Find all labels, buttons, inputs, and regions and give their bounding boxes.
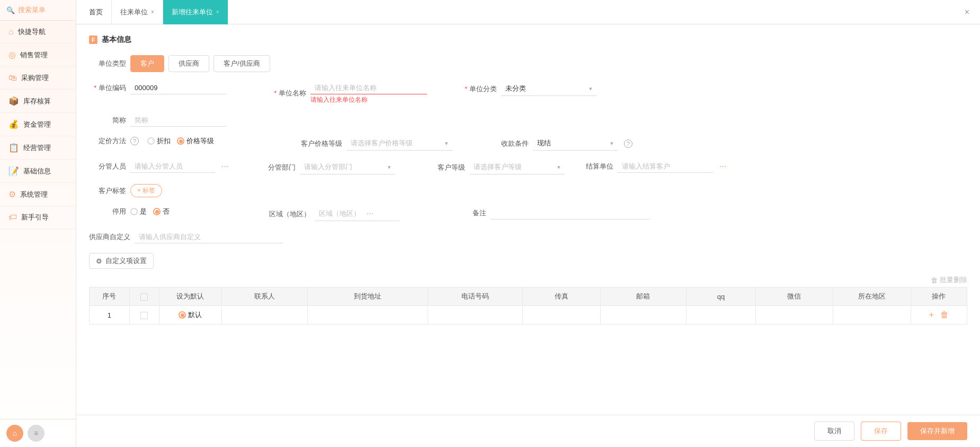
pricing-level-circle [177,137,184,145]
short-name-input[interactable] [130,114,226,127]
manager-more-dots[interactable]: ··· [219,162,230,171]
address-input[interactable] [336,311,399,319]
sidebar-item-operations[interactable]: 📋经营管理 [0,136,76,160]
unit-name-input[interactable] [310,82,427,94]
unit-name-field-wrapper: 请输入往来单位名称 [310,82,427,104]
sidebar-item-finance[interactable]: 💰资金管理 [0,113,76,136]
settlement-unit-input[interactable] [618,160,713,173]
manager-label: 分管人员 [89,162,126,171]
unit-category-label: 单位分类 [460,84,497,94]
sidebar-item-sales[interactable]: ◎销售管理 [0,43,76,67]
pricing-level-radio[interactable]: 价格等级 [177,136,214,146]
row-default-radio[interactable]: 默认 [165,310,216,320]
region-more-dots[interactable]: ··· [364,209,376,218]
row-region [833,306,911,325]
customer-price-level-select[interactable]: 请选择客户价格等级 ▾ [346,136,452,151]
unit-code-input[interactable] [130,82,226,94]
table-header-cell: 操作 [911,287,967,306]
sidebar-item-system[interactable]: ⚙系统管理 [0,183,76,206]
sidebar-search[interactable]: 🔍 搜索菜单 [0,0,76,21]
region-input[interactable] [853,311,890,319]
pricing-discount-label: 折扣 [157,136,171,146]
row-add-btn[interactable]: + [927,310,936,320]
disabled-yes-radio[interactable]: 是 [130,207,147,216]
sidebar-item-quick-nav[interactable]: ⌂快捷导航 [0,21,76,43]
row-weixin [755,306,833,325]
guide-icon: 🏷 [8,213,17,222]
pricing-help-icon[interactable]: ? [130,137,139,145]
unit-info-row: 单位编码 单位名称 请输入往来单位名称 单位分类 未分类 ▾ [89,82,967,104]
unit-category-arrow: ▾ [589,85,592,92]
tab-counterparty[interactable]: 往来单位× [112,0,163,24]
tab-home[interactable]: 首页 [81,0,112,24]
tabbar-close-btn[interactable]: × [958,7,976,17]
inventory-icon: 📦 [8,96,19,106]
table-header-cell: 到货地址 [308,287,428,306]
department-placeholder: 请输入分管部门 [304,162,352,172]
custom-settings-label: 自定义项设置 [105,256,147,266]
save-new-button[interactable]: 保存并新增 [907,422,967,440]
region-select[interactable]: 区域（地区） ··· [315,207,399,221]
table-header-cell: 电话号码 [428,287,523,306]
sidebar-item-inventory[interactable]: 📦库存核算 [0,90,76,113]
unit-type-both-btn[interactable]: 客户/供应商 [213,55,270,72]
department-select[interactable]: 请输入分管部门 ▾ [300,160,395,174]
table-header-cell [129,287,159,306]
supplier-custom-input[interactable] [135,231,283,243]
remark-input[interactable] [491,207,649,220]
row-fax [523,306,601,325]
sidebar-home-btn[interactable]: ⌂ [6,425,23,442]
add-tag-button[interactable]: + 标签 [130,184,162,197]
table-header-cell: 邮箱 [600,287,687,306]
unit-category-select[interactable]: 未分类 ▾ [501,82,596,96]
customer-tag-row: 客户标签 + 标签 [89,184,967,197]
disabled-no-label: 否 [163,207,170,216]
sidebar-menu-btn[interactable]: ≡ [28,425,44,442]
contact-input[interactable] [243,311,286,319]
sidebar-label-quick-nav: 快捷导航 [18,27,46,37]
quick-nav-icon: ⌂ [8,27,14,37]
tab-close-new-counterparty[interactable]: × [216,9,219,15]
unit-name-error: 请输入往来单位名称 [310,95,427,104]
tab-new-counterparty[interactable]: 新增往来单位× [163,0,228,24]
customer-level-placeholder: 请选择客户等级 [474,162,522,172]
pricing-discount-circle [147,137,155,145]
row-delete-btn[interactable]: 🗑 [938,310,951,320]
cancel-button[interactable]: 取消 [814,422,854,441]
phone-input[interactable] [451,311,499,319]
tab-close-counterparty[interactable]: × [151,9,154,15]
weixin-input[interactable] [776,311,813,319]
pricing-radio-group: 折扣 价格等级 [147,136,214,146]
row-checkbox[interactable] [140,312,148,319]
disabled-no-circle [153,208,161,215]
table-header-cell: 设为默认 [159,287,222,306]
row-actions: + 🗑 [911,306,967,325]
payment-terms-select[interactable]: 现结 ▾ [533,136,618,151]
payment-terms-help-icon[interactable]: ? [624,139,632,148]
basic-icon: 📝 [8,166,19,176]
section-header: F 基本信息 [89,35,967,45]
batch-delete-icon: 🗑 [931,276,938,284]
fax-input[interactable] [543,311,580,319]
main-area: 首页往来单位×新增往来单位× × F 基本信息 单位类型 客户供应商客户/供应商… [76,0,980,447]
batch-delete-label[interactable]: 批量删除 [940,275,967,285]
disabled-row: 停用 是 否 区域（地区） 区域（地区） ··· [89,207,967,221]
disabled-no-radio[interactable]: 否 [153,207,170,216]
save-button[interactable]: 保存 [861,422,901,441]
manager-input[interactable] [130,160,215,173]
tabbar: 首页往来单位×新增往来单位× × [76,0,980,24]
qq-input[interactable] [705,311,737,319]
header-checkbox[interactable] [140,293,148,301]
unit-type-customer-btn[interactable]: 客户 [130,55,164,72]
unit-type-supplier-btn[interactable]: 供应商 [168,55,209,72]
sidebar-item-purchase[interactable]: 🛍采购管理 [0,67,76,90]
email-input[interactable] [622,311,664,319]
settlement-unit-more-dots[interactable]: ··· [717,162,728,171]
customer-level-select[interactable]: 请选择客户等级 ▾ [469,160,565,174]
pricing-discount-radio[interactable]: 折扣 [147,136,171,146]
custom-settings-button[interactable]: ⚙ 自定义项设置 [89,253,154,269]
contact-table: 序号设为默认联系人到货地址电话号码传真邮箱qq微信所在地区操作 1 默认 + 🗑 [89,287,967,325]
sidebar-item-basic[interactable]: 📝基础信息 [0,160,76,183]
sidebar-item-guide[interactable]: 🏷新手引导 [0,206,76,229]
tab-label-home: 首页 [89,7,103,17]
